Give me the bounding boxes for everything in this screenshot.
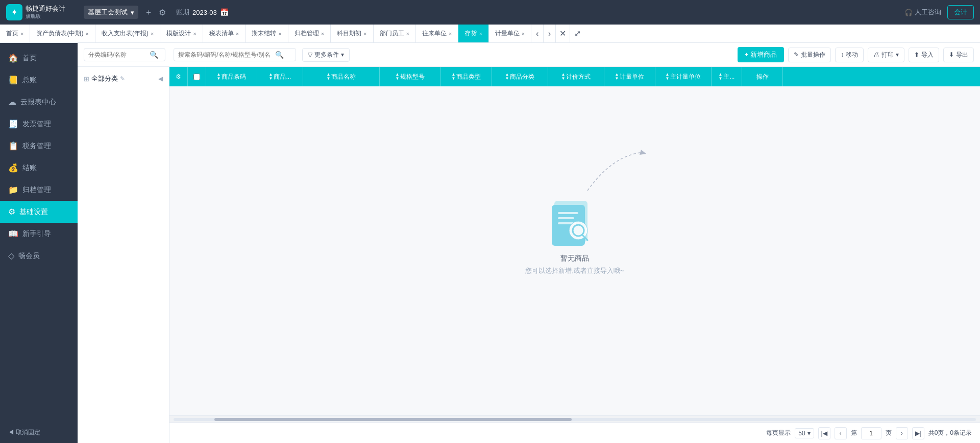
tab-inventory[interactable]: 存货 × xyxy=(458,25,488,43)
batch-btn[interactable]: ✎ 批量操作 xyxy=(788,48,831,62)
prev-page-btn[interactable]: ‹ xyxy=(835,427,847,439)
tab-nav-left[interactable]: ‹ xyxy=(531,25,544,43)
th-unit[interactable]: ▲▼ 计量单位 xyxy=(604,67,655,86)
page-label: 第 xyxy=(851,429,857,437)
table-header: ⚙ ▲▼ 商品条码 ▲▼ 商品... ▲▼ 商品名称 xyxy=(169,67,980,86)
sidebar-item-cloud-reports[interactable]: ☁ 云报表中心 xyxy=(0,91,78,113)
tab-balance-sheet[interactable]: 资产负债表(中期) × xyxy=(30,25,95,43)
th-action: 操作 xyxy=(742,67,783,86)
ledger-icon: 📒 xyxy=(8,75,18,85)
sidebar-item-guide[interactable]: 📖 新手引导 xyxy=(0,223,78,245)
tab-nav-right[interactable]: › xyxy=(544,25,556,43)
th-checkbox[interactable] xyxy=(188,67,206,86)
tab-archive[interactable]: 归档管理 × xyxy=(288,25,331,43)
move-btn[interactable]: ↕ 移动 xyxy=(835,48,864,62)
settings-col-icon: ⚙ xyxy=(176,73,181,80)
close-icon[interactable]: × xyxy=(85,31,88,37)
th-product-name[interactable]: ▲▼ 商品名称 xyxy=(303,67,380,86)
cancel-fixed-btn[interactable]: ◀ 取消固定 xyxy=(0,422,78,443)
sort-icon: ▲▼ xyxy=(452,73,456,81)
empty-product-icon xyxy=(547,196,603,252)
category-header[interactable]: ⊞ 全部分类 ✎ ◀ xyxy=(78,71,169,86)
collapse-icon[interactable]: ◀ xyxy=(158,75,163,82)
footer-pagination: 每页显示 50 ▾ |◀ ‹ 第 页 › ▶| 共0页，0条记录 xyxy=(169,423,980,443)
tab-subject-init[interactable]: 科目期初 × xyxy=(331,25,373,43)
settings-icon[interactable]: ⚙ xyxy=(159,8,166,17)
th-category[interactable]: ▲▼ 商品分类 xyxy=(492,67,548,86)
company-selector[interactable]: 基层工会测试 ▾ xyxy=(84,6,138,19)
left-panel: ⊞ 全部分类 ✎ ◀ xyxy=(78,67,169,443)
sidebar-item-close[interactable]: 💰 结账 xyxy=(0,157,78,179)
sidebar-item-ledger[interactable]: 📒 总账 xyxy=(0,69,78,91)
sidebar: 🏠 首页 📒 总账 ☁ 云报表中心 🧾 发票管理 📋 税务管理 💰 结账 📁 归… xyxy=(0,43,78,443)
th-extra[interactable]: ▲▼ 主... xyxy=(712,67,742,86)
th-settings[interactable]: ⚙ xyxy=(169,67,188,86)
print-btn[interactable]: 🖨 打印 ▾ xyxy=(868,48,904,62)
category-search-icon[interactable]: 🔍 xyxy=(150,51,158,59)
product-search-input[interactable] xyxy=(178,51,275,58)
guide-icon: 📖 xyxy=(8,229,18,239)
th-spec[interactable]: ▲▼ 规格型号 xyxy=(380,67,441,86)
select-all-checkbox[interactable] xyxy=(193,74,200,80)
tab-template[interactable]: 模版设计 × xyxy=(160,25,203,43)
cancel-fixed-label: ◀ 取消固定 xyxy=(8,428,40,437)
close-icon[interactable]: × xyxy=(236,31,239,37)
th-main-unit[interactable]: ▲▼ 主计量单位 xyxy=(655,67,712,86)
tab-taxlist[interactable]: 税表清单 × xyxy=(203,25,246,43)
period-value: 2023-03 xyxy=(192,9,217,16)
th-product-code[interactable]: ▲▼ 商品... xyxy=(257,67,303,86)
scrollbar-thumb[interactable] xyxy=(214,418,572,421)
next-page-btn[interactable]: › xyxy=(896,427,908,439)
th-type[interactable]: ▲▼ 商品类型 xyxy=(441,67,492,86)
th-pricing[interactable]: ▲▼ 计价方式 xyxy=(548,67,604,86)
close-icon[interactable]: × xyxy=(449,31,452,37)
import-icon: ⬆ xyxy=(914,51,919,58)
sidebar-item-home[interactable]: 🏠 首页 xyxy=(0,47,78,69)
empty-state: 暂无商品 您可以选择新增,或者直接导入哦~ xyxy=(169,86,980,415)
tab-expand[interactable]: ⤢ xyxy=(570,25,584,43)
import-btn[interactable]: ⬆ 导入 xyxy=(909,48,939,62)
logo-icon: ✦ xyxy=(6,4,22,20)
close-icon[interactable]: × xyxy=(20,31,23,37)
close-icon[interactable]: × xyxy=(193,31,196,37)
tab-close-all[interactable]: ✕ xyxy=(556,25,570,43)
tab-period-close[interactable]: 期末结转 × xyxy=(246,25,288,43)
close-icon[interactable]: × xyxy=(406,31,409,37)
close-icon[interactable]: × xyxy=(363,31,366,37)
add-tab-icon[interactable]: ＋ xyxy=(144,7,153,18)
edit-icon[interactable]: ✎ xyxy=(120,75,125,82)
product-search-icon[interactable]: 🔍 xyxy=(275,51,284,59)
tab-dept-employee[interactable]: 部门员工 × xyxy=(374,25,416,43)
horizontal-scrollbar[interactable] xyxy=(169,415,980,423)
page-input[interactable] xyxy=(861,427,881,439)
calendar-icon[interactable]: 📅 xyxy=(220,8,229,16)
sidebar-item-member[interactable]: ◇ 畅会员 xyxy=(0,245,78,267)
last-page-btn[interactable]: ▶| xyxy=(912,427,924,439)
sidebar-item-tax[interactable]: 📋 税务管理 xyxy=(0,135,78,157)
close-icon[interactable]: × xyxy=(278,31,281,37)
ai-consult-btn[interactable]: 🎧 人工咨询 xyxy=(904,8,941,17)
tab-contacts[interactable]: 往来单位 × xyxy=(416,25,458,43)
sidebar-item-basic-settings[interactable]: ⚙ 基础设置 xyxy=(0,201,78,223)
th-barcode[interactable]: ▲▼ 商品条码 xyxy=(206,67,257,86)
per-page-select[interactable]: 50 ▾ xyxy=(795,428,814,438)
kuaiji-button[interactable]: 会计 xyxy=(947,5,974,19)
close-icon[interactable]: × xyxy=(321,31,324,37)
tab-bar: 首页 × 资产负债表(中期) × 收入支出表(年报) × 模版设计 × 税表清单… xyxy=(0,25,980,43)
sort-icon: ▲▼ xyxy=(561,73,566,81)
first-page-btn[interactable]: |◀ xyxy=(818,427,830,439)
sidebar-item-archive[interactable]: 📁 归档管理 xyxy=(0,179,78,201)
tab-income[interactable]: 收入支出表(年报) × xyxy=(95,25,160,43)
close-icon[interactable]: × xyxy=(479,31,482,37)
tab-homepage[interactable]: 首页 × xyxy=(0,25,30,43)
add-product-btn[interactable]: + 新增商品 xyxy=(738,47,784,62)
category-search-input[interactable] xyxy=(88,51,150,58)
total-records: 共0页，0条记录 xyxy=(928,429,972,437)
close-icon[interactable]: × xyxy=(151,31,154,37)
tab-unit[interactable]: 计量单位 × xyxy=(489,25,531,43)
main-layout: 🏠 首页 📒 总账 ☁ 云报表中心 🧾 发票管理 📋 税务管理 💰 结账 📁 归… xyxy=(0,43,980,443)
more-filter-btn[interactable]: ▽ 更多条件 ▾ xyxy=(302,48,350,62)
export-btn[interactable]: ⬇ 导出 xyxy=(943,48,974,62)
close-icon[interactable]: × xyxy=(522,31,525,37)
sidebar-item-invoice[interactable]: 🧾 发票管理 xyxy=(0,113,78,135)
